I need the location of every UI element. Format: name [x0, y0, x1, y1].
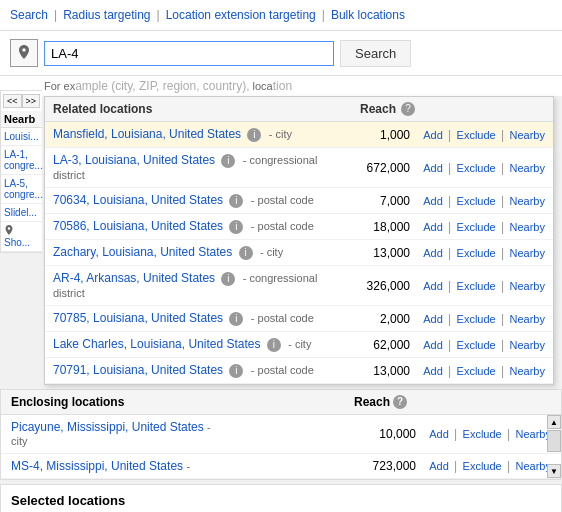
- exclude-link-4[interactable]: Exclude: [457, 247, 496, 259]
- nearby-link-5[interactable]: Nearby: [510, 280, 545, 292]
- dropdown-info-icon-8[interactable]: i: [229, 364, 243, 378]
- exclude-link-1[interactable]: Exclude: [457, 162, 496, 174]
- dropdown-location-name-5[interactable]: AR-4, Arkansas, United States: [53, 271, 215, 285]
- nearby-sidebar-item-3[interactable]: Slidel...: [1, 204, 42, 222]
- add-link-8[interactable]: Add: [423, 365, 443, 377]
- dropdown-actions-7: Add | Exclude | Nearby: [415, 338, 545, 352]
- scroll-down-button[interactable]: ▼: [547, 464, 561, 478]
- add-link-7[interactable]: Add: [423, 339, 443, 351]
- nav-sep-3: |: [322, 8, 325, 22]
- dropdown-location-name-8[interactable]: 70791, Louisiana, United States: [53, 363, 223, 377]
- dropdown-location-name-1[interactable]: LA-3, Louisiana, United States: [53, 153, 215, 167]
- enclosing-location-0: Picayune, Mississippi, United States - c…: [11, 420, 341, 448]
- reach-help-icon[interactable]: ?: [401, 102, 415, 116]
- dropdown-location-6: 70785, Louisiana, United States i - post…: [53, 311, 345, 326]
- exclude-link-3[interactable]: Exclude: [457, 221, 496, 233]
- enclosing-help-icon[interactable]: ?: [393, 395, 407, 409]
- enclosing-name-0[interactable]: Picayune, Mississippi, United States: [11, 420, 204, 434]
- dropdown-location-name-7[interactable]: Lake Charles, Louisiana, United States: [53, 337, 260, 351]
- search-icon-box[interactable]: [10, 39, 38, 67]
- dropdown-panel: Related locations Reach ? Mansfield, Lou…: [44, 96, 554, 385]
- add-link-1[interactable]: Add: [423, 162, 443, 174]
- dropdown-actions-2: Add | Exclude | Nearby: [415, 194, 545, 208]
- exclude-link-7[interactable]: Exclude: [457, 339, 496, 351]
- add-link-6[interactable]: Add: [423, 313, 443, 325]
- location-pin-icon: [17, 45, 31, 61]
- nearby-sidebar-item-2[interactable]: LA-5,congre...: [1, 175, 42, 204]
- nav-sep-2: |: [157, 8, 160, 22]
- dropdown-location-type-3: - postal code: [251, 220, 314, 232]
- enclosing-panel: Enclosing locations Reach ? Picayune, Mi…: [0, 389, 562, 480]
- dropdown-location-name-2[interactable]: 70634, Louisiana, United States: [53, 193, 223, 207]
- enclosing-exclude-1[interactable]: Exclude: [463, 460, 502, 472]
- dropdown-actions-3: Add | Exclude | Nearby: [415, 220, 545, 234]
- enclosing-nearby-1[interactable]: Nearby: [516, 460, 551, 472]
- dropdown-actions-8: Add | Exclude | Nearby: [415, 364, 545, 378]
- exclude-link-6[interactable]: Exclude: [457, 313, 496, 325]
- enclosing-name-1[interactable]: MS-4, Mississippi, United States: [11, 459, 183, 473]
- add-link-3[interactable]: Add: [423, 221, 443, 233]
- nearby-sidebar-item-4[interactable]: Sho...: [1, 222, 42, 252]
- search-button[interactable]: Search: [340, 40, 411, 67]
- nearby-link-3[interactable]: Nearby: [510, 221, 545, 233]
- enclosing-nearby-0[interactable]: Nearby: [516, 428, 551, 440]
- nav-bulk[interactable]: Bulk locations: [331, 8, 405, 22]
- dropdown-location-name-0[interactable]: Mansfield, Louisiana, United States: [53, 127, 241, 141]
- add-link-4[interactable]: Add: [423, 247, 443, 259]
- enclosing-add-0[interactable]: Add: [429, 428, 449, 440]
- selected-title: Selected locations: [11, 493, 551, 508]
- nearby-link-0[interactable]: Nearby: [510, 129, 545, 141]
- nav-location-ext[interactable]: Location extension targeting: [166, 8, 316, 22]
- dropdown-header: Related locations Reach ?: [45, 97, 553, 122]
- exclude-link-8[interactable]: Exclude: [457, 365, 496, 377]
- dropdown-info-icon-2[interactable]: i: [229, 194, 243, 208]
- dropdown-location-type-6: - postal code: [251, 312, 314, 324]
- nearby-link-2[interactable]: Nearby: [510, 195, 545, 207]
- dropdown-location-name-4[interactable]: Zachary, Louisiana, United States: [53, 245, 232, 259]
- dropdown-row-8: 70791, Louisiana, United States i - post…: [45, 358, 553, 384]
- nearby-link-8[interactable]: Nearby: [510, 365, 545, 377]
- dropdown-row-2: 70634, Louisiana, United States i - post…: [45, 188, 553, 214]
- add-link-0[interactable]: Add: [423, 129, 443, 141]
- add-link-5[interactable]: Add: [423, 280, 443, 292]
- prev-button[interactable]: <<: [3, 94, 22, 108]
- dropdown-info-icon-7[interactable]: i: [267, 338, 281, 352]
- dropdown-info-icon-0[interactable]: i: [247, 128, 261, 142]
- sidebar-nav-row: << >>: [1, 91, 42, 111]
- dropdown-info-icon-4[interactable]: i: [239, 246, 253, 260]
- exclude-link-5[interactable]: Exclude: [457, 280, 496, 292]
- nav-search[interactable]: Search: [10, 8, 48, 22]
- dropdown-info-icon-3[interactable]: i: [229, 220, 243, 234]
- dropdown-info-icon-6[interactable]: i: [229, 312, 243, 326]
- dropdown-actions-6: Add | Exclude | Nearby: [415, 312, 545, 326]
- nav-radius[interactable]: Radius targeting: [63, 8, 150, 22]
- dropdown-col-reach: Reach: [331, 102, 401, 116]
- nearby-sidebar-item-1[interactable]: LA-1,congre...: [1, 146, 42, 175]
- dropdown-reach-1: 672,000: [345, 161, 415, 175]
- dropdown-reach-3: 18,000: [345, 220, 415, 234]
- add-link-2[interactable]: Add: [423, 195, 443, 207]
- dropdown-reach-7: 62,000: [345, 338, 415, 352]
- selected-panel: Selected locations Targeted (1) Show loc…: [0, 484, 562, 512]
- search-input[interactable]: [44, 41, 334, 66]
- dropdown-info-icon-1[interactable]: i: [221, 154, 235, 168]
- nearby-sidebar-item-0[interactable]: Louisi...: [1, 128, 42, 146]
- nearby-link-4[interactable]: Nearby: [510, 247, 545, 259]
- exclude-link-2[interactable]: Exclude: [457, 195, 496, 207]
- enclosing-exclude-0[interactable]: Exclude: [463, 428, 502, 440]
- next-button[interactable]: >>: [22, 94, 41, 108]
- search-bar: Search: [0, 31, 562, 76]
- scroll-up-button[interactable]: ▲: [547, 415, 561, 429]
- dropdown-row-7: Lake Charles, Louisiana, United States i…: [45, 332, 553, 358]
- nearby-link-6[interactable]: Nearby: [510, 313, 545, 325]
- enclosing-title: Enclosing locations: [11, 395, 124, 409]
- nearby-link-1[interactable]: Nearby: [510, 162, 545, 174]
- nearby-link-7[interactable]: Nearby: [510, 339, 545, 351]
- dropdown-info-icon-5[interactable]: i: [221, 272, 235, 286]
- dropdown-location-name-3[interactable]: 70586, Louisiana, United States: [53, 219, 223, 233]
- dropdown-location-name-6[interactable]: 70785, Louisiana, United States: [53, 311, 223, 325]
- dropdown-location-4: Zachary, Louisiana, United States i - ci…: [53, 245, 345, 260]
- enclosing-add-1[interactable]: Add: [429, 460, 449, 472]
- exclude-link-0[interactable]: Exclude: [457, 129, 496, 141]
- dropdown-reach-8: 13,000: [345, 364, 415, 378]
